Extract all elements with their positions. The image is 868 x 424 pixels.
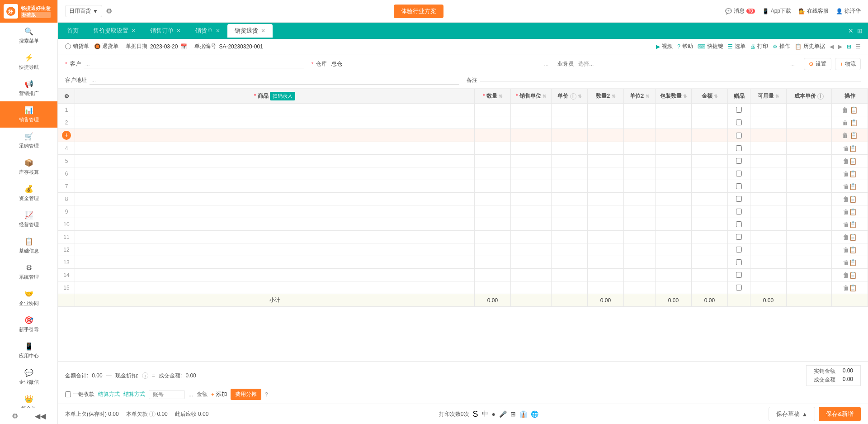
next-record-icon[interactable]: ▶	[838, 43, 842, 50]
row-product-3[interactable]	[75, 129, 475, 142]
tab-sales-return[interactable]: 销货退货 ✕	[227, 24, 273, 38]
radio-return-bill[interactable]: 退货单	[94, 43, 118, 50]
sidebar-item-quicknav[interactable]: ⚡ 快捷导航	[0, 49, 57, 75]
del-4[interactable]: 🗑	[843, 145, 849, 152]
th-qty2-sort-icon[interactable]: ⇅	[612, 94, 615, 99]
radio-sale-bill[interactable]: 销货单	[65, 43, 89, 50]
row-price-2[interactable]	[552, 116, 588, 129]
del-11[interactable]: 🗑	[843, 233, 849, 241]
copy-7[interactable]: 📋	[849, 183, 857, 190]
row-avail-3[interactable]	[750, 129, 787, 142]
product-input-3[interactable]	[79, 132, 471, 139]
copy-4[interactable]: 📋	[849, 145, 857, 152]
del-8[interactable]: 🗑	[843, 195, 849, 203]
row-product-1[interactable]	[75, 104, 475, 116]
row-gift-2[interactable]	[728, 116, 750, 129]
doc-date-value[interactable]: 2023-03-20	[150, 43, 178, 50]
tool3-icon[interactable]: ●	[492, 410, 495, 418]
window-maximize-icon[interactable]: ⊞	[857, 27, 863, 34]
row-unit-1[interactable]	[511, 104, 552, 116]
sidebar-item-basic[interactable]: 📋 基础信息	[0, 233, 57, 259]
row-qty-1[interactable]	[475, 104, 511, 116]
calc-method-link[interactable]: 结算方式	[123, 391, 145, 398]
copy-5[interactable]: 📋	[849, 157, 857, 165]
sidebar-item-inventory[interactable]: 📦 库存核算	[0, 154, 57, 180]
unit-price-info-icon[interactable]: i	[570, 93, 576, 100]
th-qty-sort-icon[interactable]: ⇅	[499, 94, 502, 99]
sidebar-item-guide[interactable]: 🎯 新手引导	[0, 311, 57, 338]
gift-cb-9[interactable]	[736, 209, 742, 214]
sidebar-item-purchase[interactable]: 🛒 采购管理	[0, 128, 57, 154]
online-service-btn[interactable]: 💁 在线客服	[798, 7, 829, 15]
row-unit2-3[interactable]	[624, 129, 656, 142]
th-amount-sort-icon[interactable]: ⇅	[714, 94, 717, 99]
del-7[interactable]: 🗑	[843, 183, 849, 190]
row-pack-1[interactable]	[656, 104, 692, 116]
row-avail-1[interactable]	[750, 104, 787, 116]
copy-15[interactable]: 📋	[849, 284, 857, 291]
collapse-footer-btn[interactable]: ◀◀	[35, 412, 46, 420]
cost-price-info-icon[interactable]: i	[817, 93, 824, 100]
gift-cb-5[interactable]	[736, 158, 742, 164]
topbar-gear-icon[interactable]: ⚙	[106, 7, 112, 15]
tab-price-extract-close-icon[interactable]: ✕	[131, 28, 136, 34]
delete-row-1-btn[interactable]: 🗑	[842, 106, 848, 114]
copy-11[interactable]: 📋	[849, 233, 857, 241]
row-qty2-3[interactable]	[588, 129, 624, 142]
tool4-icon[interactable]: 🎤	[499, 410, 507, 418]
row-qty-2[interactable]	[475, 116, 511, 129]
copy-8[interactable]: 📋	[849, 195, 857, 203]
add-payment-btn[interactable]: + 添加	[211, 391, 227, 398]
row-product-2[interactable]	[75, 116, 475, 129]
fee-split-btn[interactable]: 费用分摊	[231, 389, 261, 400]
one-click-pay-input[interactable]	[65, 391, 71, 397]
tool5-icon[interactable]: ⊞	[510, 410, 516, 418]
del-14[interactable]: 🗑	[843, 272, 849, 279]
print-btn[interactable]: 🖨打印	[750, 43, 768, 50]
del-12[interactable]: 🗑	[843, 246, 849, 253]
tool7-icon[interactable]: 🌐	[531, 410, 538, 418]
gift-cb-10[interactable]	[736, 221, 742, 227]
del-6[interactable]: 🗑	[843, 170, 849, 177]
copy-13[interactable]: 📋	[849, 259, 857, 266]
copy-row-3-btn[interactable]: 📋	[850, 132, 858, 139]
delete-row-2-btn[interactable]: 🗑	[842, 119, 848, 126]
sidebar-item-sales[interactable]: 📊 销售管理	[0, 101, 57, 128]
tab-sales-bill[interactable]: 销货单 ✕	[188, 24, 227, 38]
prev-record-icon[interactable]: ◀	[830, 43, 834, 50]
sidebar-item-vip[interactable]: 👑 畅会员	[0, 390, 57, 408]
copy-12[interactable]: 📋	[849, 246, 857, 253]
settings-footer-btn[interactable]: ⚙	[12, 412, 18, 420]
copy-9[interactable]: 📋	[849, 208, 857, 215]
gift-cb-14[interactable]	[736, 272, 742, 278]
del-9[interactable]: 🗑	[843, 208, 849, 215]
row-unit-3[interactable]	[511, 129, 552, 142]
sidebar-item-finance[interactable]: 💰 资金管理	[0, 180, 57, 206]
footer-help-icon[interactable]: ?	[265, 391, 268, 398]
sidebar-item-search[interactable]: 🔍 搜索菜单	[0, 23, 57, 49]
tab-sales-order[interactable]: 销售订单 ✕	[143, 24, 188, 38]
trial-plan-button[interactable]: 体验行业方案	[394, 5, 443, 18]
select-bill-btn[interactable]: ☰选单	[728, 43, 745, 50]
app-download-btn[interactable]: 📱 App下载	[762, 7, 791, 15]
copy-row-2-btn[interactable]: 📋	[850, 119, 858, 126]
gift-cb-13[interactable]	[736, 259, 742, 265]
gift-cb-8[interactable]	[736, 196, 742, 202]
operation-btn[interactable]: ⚙操作	[773, 43, 790, 50]
gift-cb-15[interactable]	[736, 285, 742, 291]
logistics-btn[interactable]: + 物流	[835, 58, 861, 70]
th-unit2-sort-icon[interactable]: ⇅	[646, 94, 649, 99]
customer-input[interactable]: ...	[84, 60, 304, 68]
row-qty-3[interactable]	[475, 129, 511, 142]
warehouse-input[interactable]: 总仓 ...	[330, 59, 550, 69]
salesperson-input[interactable]: 选择... ...	[576, 59, 797, 69]
remark-input[interactable]	[480, 79, 861, 81]
del-10[interactable]: 🗑	[843, 221, 849, 228]
row-pack-2[interactable]	[656, 116, 692, 129]
th-avail-sort-icon[interactable]: ⇅	[775, 94, 779, 99]
radio-return-input[interactable]	[94, 43, 100, 49]
tab-home[interactable]: 首页	[60, 24, 86, 38]
th-price-sort-icon[interactable]: ⇅	[578, 94, 581, 99]
sidebar-item-collab[interactable]: 🤝 企业协同	[0, 285, 57, 311]
gift-checkbox-1[interactable]	[736, 107, 742, 113]
